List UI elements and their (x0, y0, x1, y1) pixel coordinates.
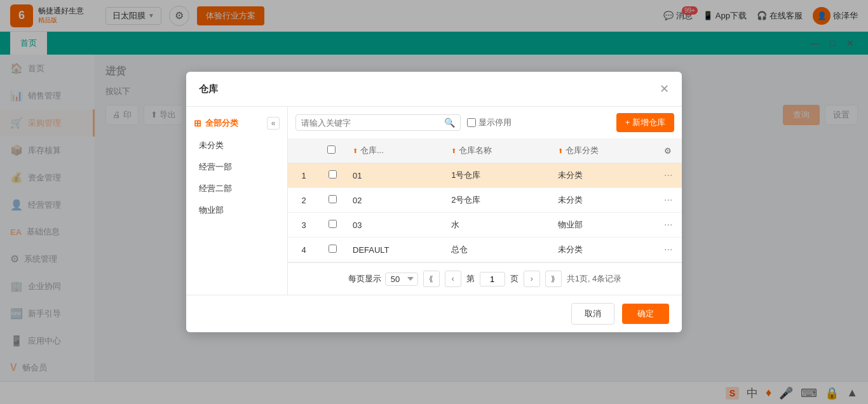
show-disabled-label[interactable]: 显示停用 (467, 117, 512, 128)
modal-body: ⊞ 全部分类 « 未分类 经营一部 经营二部 物业部 🔍 (186, 107, 682, 295)
search-icon[interactable]: 🔍 (444, 118, 455, 128)
collapse-button[interactable]: « (267, 117, 280, 130)
category-item-operations1[interactable]: 经营一部 (186, 156, 287, 178)
all-categories-item[interactable]: ⊞ 全部分类 « (186, 112, 287, 135)
prev-page-button[interactable]: ‹ (445, 271, 461, 287)
row-num: 2 (288, 188, 320, 213)
category-item-property[interactable]: 物业部 (186, 199, 287, 221)
row-checkbox[interactable] (329, 170, 337, 178)
row-checkbox[interactable] (329, 245, 337, 253)
col-header-num (288, 138, 320, 163)
show-disabled-checkbox[interactable] (467, 118, 476, 127)
row-name: 水 (444, 213, 550, 238)
row-checkbox[interactable] (329, 195, 337, 203)
page-number-input[interactable] (480, 272, 505, 286)
sort-icon-name: ⬆ (451, 147, 456, 154)
show-disabled-text: 显示停用 (478, 117, 512, 128)
row-category: 未分类 (550, 188, 656, 213)
row-checkbox[interactable] (329, 220, 337, 228)
row-code: 02 (345, 188, 444, 213)
select-all-checkbox[interactable] (327, 145, 336, 154)
row-num: 4 (288, 238, 320, 262)
row-name: 2号仓库 (444, 188, 550, 213)
table-toolbar: 🔍 显示停用 + 新增仓库 (288, 107, 682, 138)
table-panel: 🔍 显示停用 + 新增仓库 (288, 107, 682, 295)
table-row[interactable]: 1 01 1号仓库 未分类 ··· (288, 163, 682, 188)
search-box: 🔍 (295, 114, 461, 131)
table-row[interactable]: 2 02 2号仓库 未分类 ··· (288, 188, 682, 213)
category-panel: ⊞ 全部分类 « 未分类 经营一部 经营二部 物业部 (186, 107, 288, 295)
sort-icon-code: ⬆ (353, 147, 358, 154)
row-code: 03 (345, 213, 444, 238)
gear-col-icon: ⚙ (664, 146, 672, 156)
per-page-select[interactable]: 50 20 100 (385, 273, 418, 286)
data-table: ⬆ 仓库... ⬆ 仓库名称 (288, 138, 682, 262)
modal-header: 仓库 ✕ (186, 72, 682, 107)
row-code: 01 (345, 163, 444, 188)
row-more-icon[interactable]: ··· (664, 219, 672, 230)
category-item-unclassified[interactable]: 未分类 (186, 135, 287, 156)
col-header-name: ⬆ 仓库名称 (444, 138, 550, 163)
row-checkbox-cell (320, 238, 345, 262)
search-input[interactable] (301, 118, 440, 128)
row-more-icon[interactable]: ··· (664, 194, 672, 205)
col-header-gear: ⚙ (656, 138, 682, 163)
total-info: 共1页, 4条记录 (567, 273, 622, 285)
modal-title: 仓库 (199, 83, 218, 95)
sort-icon-cat: ⬆ (558, 147, 563, 154)
add-warehouse-button[interactable]: + 新增仓库 (616, 113, 674, 132)
row-category: 未分类 (550, 163, 656, 188)
row-category: 未分类 (550, 238, 656, 262)
modal-overlay: 仓库 ✕ ⊞ 全部分类 « 未分类 经营一部 经营二部 物业部 (0, 0, 868, 404)
row-actions[interactable]: ··· (656, 163, 682, 188)
per-page-label: 每页显示 (348, 273, 381, 285)
row-checkbox-cell (320, 213, 345, 238)
row-num: 1 (288, 163, 320, 188)
row-actions[interactable]: ··· (656, 213, 682, 238)
row-actions[interactable]: ··· (656, 238, 682, 262)
page-prefix-label: 第 (466, 273, 475, 285)
page-suffix-label: 页 (510, 273, 519, 285)
row-code: DEFAULT (345, 238, 444, 262)
modal-footer: 取消 确定 (186, 295, 682, 332)
row-actions[interactable]: ··· (656, 188, 682, 213)
all-categories-label: 全部分类 (205, 118, 238, 129)
per-page-select-group: 每页显示 50 20 100 (348, 273, 418, 286)
cancel-button[interactable]: 取消 (571, 303, 614, 325)
last-page-button[interactable]: ⟫ (545, 271, 562, 287)
row-category: 物业部 (550, 213, 656, 238)
next-page-button[interactable]: › (524, 271, 540, 287)
pagination: 每页显示 50 20 100 ⟪ ‹ 第 页 › ⟫ 共1页, 4条记录 (288, 262, 682, 295)
category-item-operations2[interactable]: 经营二部 (186, 178, 287, 199)
modal-close-button[interactable]: ✕ (660, 82, 669, 96)
row-more-icon[interactable]: ··· (664, 170, 672, 180)
row-name: 1号仓库 (444, 163, 550, 188)
confirm-button[interactable]: 确定 (622, 304, 669, 324)
row-name: 总仓 (444, 238, 550, 262)
row-num: 3 (288, 213, 320, 238)
row-more-icon[interactable]: ··· (664, 244, 672, 255)
row-checkbox-cell (320, 163, 345, 188)
col-header-cat: ⬆ 仓库分类 (550, 138, 656, 163)
col-header-cb (320, 138, 345, 163)
table-row[interactable]: 3 03 水 物业部 ··· (288, 213, 682, 238)
grid-icon: ⊞ (194, 118, 201, 128)
warehouse-modal: 仓库 ✕ ⊞ 全部分类 « 未分类 经营一部 经营二部 物业部 (186, 72, 682, 332)
row-checkbox-cell (320, 188, 345, 213)
col-header-code: ⬆ 仓库... (345, 138, 444, 163)
first-page-button[interactable]: ⟪ (423, 271, 440, 287)
table-row[interactable]: 4 DEFAULT 总仓 未分类 ··· (288, 238, 682, 262)
